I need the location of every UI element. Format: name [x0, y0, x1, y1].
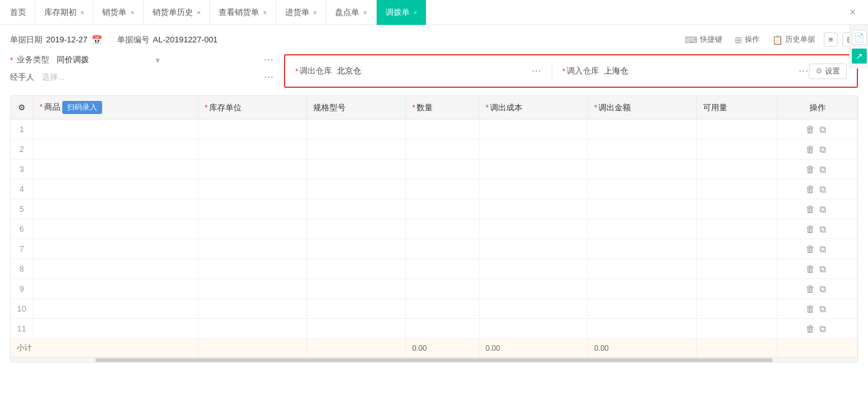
delete-icon[interactable]: 🗑 [806, 164, 815, 174]
cell-available[interactable] [696, 120, 778, 140]
cell-product[interactable] [33, 179, 198, 199]
delete-icon[interactable]: 🗑 [806, 224, 815, 234]
delete-icon[interactable]: 🗑 [806, 244, 815, 254]
tab-close-inventory[interactable]: × [363, 9, 367, 16]
copy-icon[interactable]: ⧉ [819, 264, 826, 274]
cell-available[interactable] [696, 179, 778, 199]
tab-close-stock-init[interactable]: × [80, 9, 84, 16]
cell-spec[interactable] [306, 159, 405, 179]
delete-icon[interactable]: 🗑 [806, 303, 815, 314]
cell-unit[interactable] [198, 279, 306, 299]
setting-button[interactable]: ⚙ 设置 [809, 64, 847, 79]
cell-product[interactable] [33, 279, 198, 299]
cell-spec[interactable] [306, 179, 405, 199]
cell-available[interactable] [696, 259, 778, 279]
copy-icon[interactable]: ⧉ [819, 323, 826, 334]
cell-amount[interactable] [588, 120, 696, 140]
tab-view-sales[interactable]: 查看销货单 × [210, 0, 276, 25]
tab-close-sales-order[interactable]: × [130, 9, 134, 16]
cell-quantity[interactable] [406, 259, 479, 279]
cell-product[interactable] [33, 219, 198, 239]
copy-icon[interactable]: ⧉ [819, 224, 826, 234]
delete-icon[interactable]: 🗑 [806, 204, 815, 214]
cell-available[interactable] [696, 319, 778, 339]
cell-quantity[interactable] [406, 179, 479, 199]
cell-spec[interactable] [306, 299, 405, 319]
cell-available[interactable] [696, 239, 778, 259]
copy-icon[interactable]: ⧉ [819, 144, 826, 155]
cell-quantity[interactable] [406, 239, 479, 259]
cell-product[interactable] [33, 140, 198, 159]
cell-product[interactable] [33, 259, 198, 279]
tab-close-purchase[interactable]: × [313, 9, 317, 16]
copy-icon[interactable]: ⧉ [819, 204, 826, 214]
transfer-in-more-icon[interactable]: ··· [799, 65, 809, 77]
cell-amount[interactable] [588, 299, 696, 319]
cell-product[interactable] [33, 199, 198, 219]
operations-button[interactable]: ⊞ 操作 [731, 33, 763, 46]
cell-cost[interactable] [479, 120, 587, 140]
cell-spec[interactable] [306, 219, 405, 239]
cell-cost[interactable] [479, 299, 587, 319]
dropdown-arrow-icon[interactable]: ▾ [156, 55, 160, 65]
copy-icon[interactable]: ⧉ [819, 283, 826, 294]
transfer-out-more-icon[interactable]: ··· [532, 65, 542, 77]
cell-available[interactable] [696, 159, 778, 179]
cell-amount[interactable] [588, 219, 696, 239]
tab-close-transfer[interactable]: × [413, 9, 417, 16]
history-button[interactable]: 📋 历史单据 [768, 33, 819, 46]
cell-available[interactable] [696, 299, 778, 319]
cell-cost[interactable] [479, 259, 587, 279]
window-close-button[interactable]: × [842, 7, 863, 18]
person-more-icon[interactable]: ··· [264, 72, 274, 83]
copy-icon[interactable]: ⧉ [819, 124, 826, 135]
cell-quantity[interactable] [406, 159, 479, 179]
cell-spec[interactable] [306, 239, 405, 259]
cell-cost[interactable] [479, 279, 587, 299]
cell-quantity[interactable] [406, 219, 479, 239]
cell-cost[interactable] [479, 199, 587, 219]
cell-unit[interactable] [198, 259, 306, 279]
copy-icon[interactable]: ⧉ [819, 184, 826, 194]
cell-amount[interactable] [588, 279, 696, 299]
delete-icon[interactable]: 🗑 [806, 283, 815, 294]
cell-cost[interactable] [479, 159, 587, 179]
cell-product[interactable] [33, 299, 198, 319]
delete-icon[interactable]: 🗑 [806, 124, 815, 135]
cell-cost[interactable] [479, 179, 587, 199]
tab-close-view-sales[interactable]: × [263, 9, 267, 16]
cell-cost[interactable] [479, 140, 587, 159]
tab-stock-init[interactable]: 库存期初 × [35, 0, 93, 25]
cell-unit[interactable] [198, 140, 306, 159]
delete-icon[interactable]: 🗑 [806, 184, 815, 194]
cell-available[interactable] [696, 140, 778, 159]
cell-available[interactable] [696, 199, 778, 219]
cell-unit[interactable] [198, 199, 306, 219]
cell-quantity[interactable] [406, 120, 479, 140]
cell-quantity[interactable] [406, 140, 479, 159]
cell-quantity[interactable] [406, 279, 479, 299]
cell-cost[interactable] [479, 319, 587, 339]
cell-spec[interactable] [306, 319, 405, 339]
layout-list-icon[interactable]: ≡ [824, 32, 837, 47]
cell-product[interactable] [33, 319, 198, 339]
sidebar-doc-icon[interactable]: 📄 [852, 30, 867, 45]
settings-icon[interactable]: ⚙ [18, 103, 26, 112]
cell-quantity[interactable] [406, 299, 479, 319]
cell-amount[interactable] [588, 159, 696, 179]
cell-amount[interactable] [588, 140, 696, 159]
tab-inventory[interactable]: 盘点单 × [326, 0, 376, 25]
cell-unit[interactable] [198, 159, 306, 179]
cell-unit[interactable] [198, 239, 306, 259]
cell-quantity[interactable] [406, 319, 479, 339]
delete-icon[interactable]: 🗑 [806, 264, 815, 274]
cell-unit[interactable] [198, 179, 306, 199]
shortcuts-button[interactable]: ⌨ 快捷键 [681, 33, 726, 46]
scan-button[interactable]: 扫码录入 [62, 101, 102, 114]
cell-unit[interactable] [198, 219, 306, 239]
tab-transfer[interactable]: 调拨单 × [377, 0, 427, 25]
delete-icon[interactable]: 🗑 [806, 323, 815, 334]
tab-close-sales-history[interactable]: × [197, 9, 200, 16]
copy-icon[interactable]: ⧉ [819, 244, 826, 254]
cell-amount[interactable] [588, 319, 696, 339]
